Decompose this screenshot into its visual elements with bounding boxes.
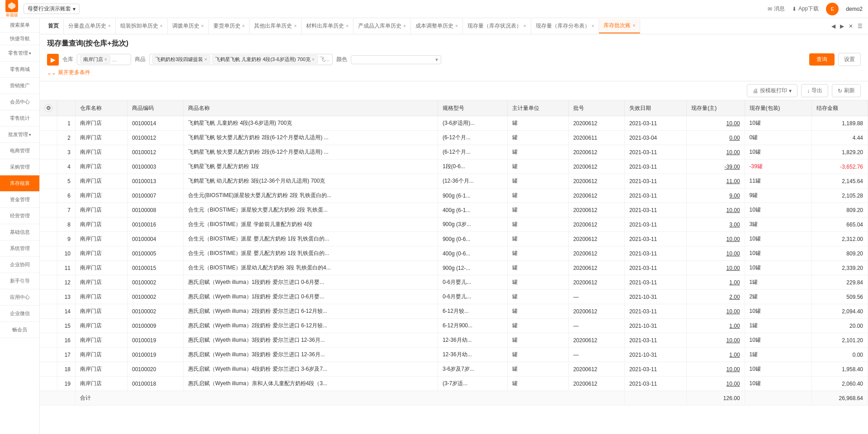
tab-9-close[interactable]: × <box>524 24 526 28</box>
tab-8[interactable]: 成本调整单历史 × <box>411 19 463 33</box>
tab-5-close[interactable]: × <box>294 24 297 28</box>
row-qty-main[interactable]: 0.00 <box>687 131 745 145</box>
tab-11-close[interactable]: × <box>632 23 635 28</box>
row-settings[interactable] <box>40 348 57 362</box>
tab-1[interactable]: 分量盘点单历史 × <box>64 19 116 33</box>
query-button[interactable]: 查询 <box>809 53 835 66</box>
tab-11[interactable]: 库存批次账 × <box>599 19 640 33</box>
tab-10[interactable]: 现存量（库存分布表） × <box>531 19 599 33</box>
row-qty-main[interactable]: 11.00 <box>687 174 745 189</box>
tab-close-all-btn[interactable]: ✕ <box>847 22 855 30</box>
row-settings[interactable] <box>40 160 57 174</box>
row-qty-main[interactable]: 10.00 <box>687 362 745 377</box>
settings-button[interactable]: 设置 <box>838 53 861 66</box>
refresh-button[interactable]: ↻ 刷新 <box>832 84 861 97</box>
row-settings[interactable] <box>40 319 57 333</box>
sidebar-item-wholesale[interactable]: 批发管理 ▾ <box>0 127 39 143</box>
sidebar-item-inventory[interactable]: 库存核算 <box>0 175 39 192</box>
tab-3[interactable]: 调拨单历史 × <box>168 19 209 33</box>
row-qty-main[interactable]: 10.00 <box>687 377 745 391</box>
tab-next-btn[interactable]: ▶ <box>838 22 846 30</box>
tab-4-close[interactable]: × <box>242 24 245 28</box>
row-qty-main[interactable]: 10.00 <box>687 232 745 246</box>
row-qty-main[interactable]: 10.00 <box>687 203 745 217</box>
row-settings[interactable] <box>40 131 57 145</box>
sidebar-item-enterprise[interactable]: 企业协同 <box>0 257 39 273</box>
row-settings[interactable] <box>40 217 57 232</box>
goods-tag-1-close[interactable]: × <box>312 57 315 62</box>
sidebar-item-marketing[interactable]: 营销推广 <box>0 78 39 94</box>
tab-3-close[interactable]: × <box>201 24 204 28</box>
row-settings[interactable] <box>40 189 57 203</box>
sidebar-item-retail-stats[interactable]: 零售统计 <box>0 110 39 127</box>
row-qty-main[interactable]: 10.00 <box>687 116 745 131</box>
row-qty-main[interactable]: 1.00 <box>687 319 745 333</box>
user-avatar[interactable]: E <box>826 3 839 15</box>
sidebar-item-wechat[interactable]: 企业微信 <box>0 306 39 322</box>
row-qty-main[interactable]: 9.00 <box>687 189 745 203</box>
row-qty-main[interactable]: 1.00 <box>687 348 745 362</box>
tab-6-close[interactable]: × <box>346 24 349 28</box>
tab-prev-btn[interactable]: ◀ <box>830 22 837 30</box>
goods-tag-0-close[interactable]: × <box>204 57 207 62</box>
row-settings[interactable] <box>40 174 57 189</box>
sidebar-item-system[interactable]: 系统管理 <box>0 241 39 257</box>
tab-menu-btn[interactable]: ☰ <box>856 22 864 30</box>
row-settings[interactable] <box>40 377 57 391</box>
row-qty-main[interactable]: 2.00 <box>687 290 745 304</box>
breadcrumb-select[interactable]: 母婴行业演示账套 ▾ <box>24 4 80 14</box>
tab-7[interactable]: 产成品入库单历史 × <box>354 19 411 33</box>
row-settings[interactable] <box>40 246 57 261</box>
row-settings[interactable] <box>40 203 57 217</box>
sidebar-item-app-center[interactable]: 应用中心 <box>0 289 39 306</box>
sidebar-item-operations[interactable]: 经营管理 <box>0 208 39 224</box>
sidebar-item-retail-shop[interactable]: 零售商城 <box>0 61 39 78</box>
sidebar-item-basic-info[interactable]: 基础信息 <box>0 224 39 241</box>
row-settings[interactable] <box>40 145 57 160</box>
tab-10-close[interactable]: × <box>592 24 594 28</box>
row-qty-main[interactable]: 10.00 <box>687 333 745 348</box>
row-settings[interactable] <box>40 232 57 246</box>
row-settings[interactable] <box>40 290 57 304</box>
row-qty-main[interactable]: 10.00 <box>687 246 745 261</box>
row-settings[interactable] <box>40 333 57 348</box>
row-settings[interactable] <box>40 261 57 275</box>
row-qty-main[interactable]: 10.00 <box>687 304 745 319</box>
row-qty-main[interactable]: 10.00 <box>687 145 745 160</box>
export-button[interactable]: ↓ 导出 <box>801 84 828 97</box>
th-settings[interactable]: ⚙ <box>40 100 57 116</box>
sidebar-item-nav[interactable]: 快捷导航 <box>0 33 39 45</box>
tab-5[interactable]: 其他出库单历史 × <box>250 19 302 33</box>
sidebar-item-member-plus[interactable]: 畅会员 <box>0 322 39 338</box>
tab-2-close[interactable]: × <box>160 24 163 28</box>
sidebar-item-finance[interactable]: 资金管理 <box>0 192 39 208</box>
print-button[interactable]: 🖨 按模板打印 ▾ <box>747 84 797 97</box>
tab-4[interactable]: 要货单历史 × <box>209 19 250 33</box>
warehouse-tag-close[interactable]: × <box>104 57 107 62</box>
app-download-btn[interactable]: ⬇ App下载 <box>792 5 819 13</box>
message-btn[interactable]: ✉ 消息 <box>768 5 785 13</box>
color-input[interactable]: ▾ <box>351 55 441 64</box>
tab-6[interactable]: 材料出库单历史 × <box>302 19 354 33</box>
tab-8-close[interactable]: × <box>455 24 458 28</box>
sidebar-item-ecommerce[interactable]: 电商管理 <box>0 143 39 159</box>
row-settings[interactable] <box>40 275 57 290</box>
tab-9[interactable]: 现存量（库存状况表） × <box>463 19 531 33</box>
sidebar-item-search[interactable]: 搜索菜单 <box>0 18 39 33</box>
row-qty-main[interactable]: 1.00 <box>687 275 745 290</box>
goods-input[interactable]: 飞鹤奶粉3段四罐提装 × 飞鹤星飞帆 儿童奶粉 4段(3-6岁适用) 700克 … <box>149 54 333 65</box>
row-settings[interactable] <box>40 116 57 131</box>
row-qty-main[interactable]: 3.00 <box>687 217 745 232</box>
tab-home[interactable]: 首页 <box>43 19 64 33</box>
row-qty-main[interactable]: 10.00 <box>687 261 745 275</box>
tab-1-close[interactable]: × <box>108 24 111 28</box>
settings-circle-icon[interactable]: ⚙ <box>44 104 52 112</box>
sidebar-item-member[interactable]: 会员中心 <box>0 94 39 110</box>
tab-7-close[interactable]: × <box>403 24 406 28</box>
expand-more-btn[interactable]: ⌄⌄ 展开更多条件 <box>47 69 861 76</box>
row-settings[interactable] <box>40 362 57 377</box>
sidebar-item-retail-mgmt[interactable]: 零售管理 ▾ <box>0 45 39 61</box>
warehouse-input[interactable]: 南岸门店 × ... <box>77 54 131 65</box>
tab-2[interactable]: 组装拆卸单历史 × <box>116 19 168 33</box>
row-qty-main[interactable]: -39.00 <box>687 160 745 174</box>
